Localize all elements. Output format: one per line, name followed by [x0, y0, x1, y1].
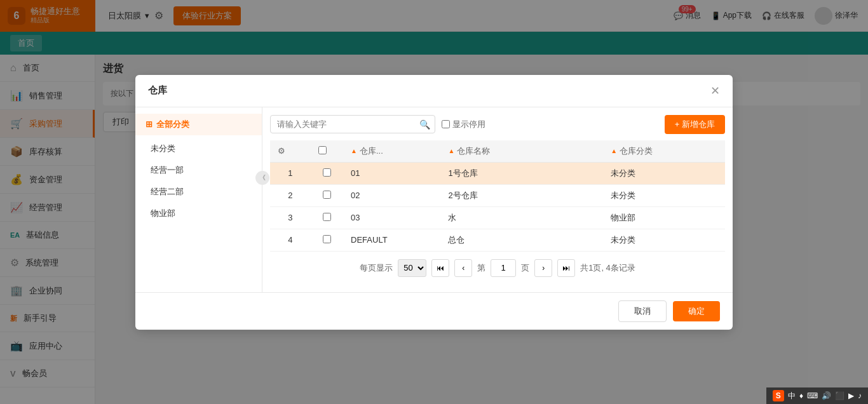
row-checkbox[interactable]	[323, 213, 331, 221]
th-category: ▲ 仓库分类	[603, 140, 725, 163]
row-checkbox[interactable]	[323, 191, 331, 199]
th-code: ▲ 仓库...	[343, 140, 440, 163]
row-code: 02	[343, 184, 440, 206]
page-size-select[interactable]: 50	[398, 259, 426, 277]
row-name: 总仓	[440, 229, 603, 251]
next-page-button[interactable]: ›	[534, 259, 552, 277]
status-square: ⬛	[835, 391, 844, 400]
modal-header: 仓库 ✕	[135, 75, 733, 107]
row-num: 4	[270, 229, 311, 251]
status-speaker: 🔊	[822, 391, 831, 400]
modal-overlay: 仓库 ✕ ⊞ 全部分类 未分类 经营一部 经营二部	[0, 0, 868, 404]
cancel-button[interactable]: 取消	[618, 300, 667, 322]
modal-title: 仓库	[148, 84, 167, 97]
row-category: 未分类	[603, 184, 725, 206]
settings-icon: ⚙	[278, 146, 285, 156]
row-checkbox[interactable]	[323, 235, 331, 243]
search-button[interactable]: 🔍	[419, 119, 430, 130]
table-row[interactable]: 4 DEFAULT 总仓 未分类	[270, 229, 725, 251]
cat-item-unclassified[interactable]: 未分类	[135, 138, 262, 159]
row-num: 2	[270, 184, 311, 206]
row-num: 1	[270, 162, 311, 184]
show-disabled-label[interactable]: 显示停用	[442, 119, 485, 130]
sidebar-collapse-button[interactable]: 《	[255, 171, 269, 185]
last-page-button[interactable]: ⏭	[557, 259, 575, 277]
table-header: ⚙ ▲ 仓库...	[270, 140, 725, 163]
modal-body: ⊞ 全部分类 未分类 经营一部 经营二部 物业部 《	[135, 107, 733, 292]
table-row[interactable]: 2 02 2号仓库 未分类	[270, 184, 725, 206]
row-checkbox-cell	[311, 184, 343, 206]
warehouse-table: ⚙ ▲ 仓库...	[270, 140, 725, 252]
show-disabled-checkbox[interactable]	[442, 120, 450, 128]
status-bar: S 中 ♦ ⌨ 🔊 ⬛ ▶ ♪	[766, 387, 868, 404]
page-input[interactable]	[491, 259, 516, 277]
add-warehouse-button[interactable]: + 新增仓库	[665, 115, 725, 134]
th-checkbox	[311, 140, 343, 163]
first-page-button[interactable]: ⏮	[431, 259, 449, 277]
status-keyboard: ⌨	[807, 391, 818, 400]
row-category: 未分类	[603, 229, 725, 251]
sort-icon-name: ▲	[448, 147, 454, 154]
table-row[interactable]: 3 03 水 物业部	[270, 206, 725, 229]
row-checkbox-cell	[311, 206, 343, 229]
status-lang: 中	[788, 391, 796, 401]
cat-item-operations2[interactable]: 经营二部	[135, 181, 262, 203]
warehouse-modal: 仓库 ✕ ⊞ 全部分类 未分类 经营一部 经营二部	[135, 75, 733, 330]
pagination: 每页显示 50 ⏮ ‹ 第 页 › ⏭ 共1页, 4条记录	[270, 252, 725, 285]
row-num: 3	[270, 206, 311, 229]
row-code: DEFAULT	[343, 229, 440, 251]
th-gear: ⚙	[270, 140, 311, 163]
grid-icon: ⊞	[146, 119, 153, 129]
row-category: 物业部	[603, 206, 725, 229]
search-input-wrap: 🔍	[270, 115, 435, 133]
row-checkbox-cell	[311, 229, 343, 251]
sort-icon: ▲	[351, 147, 357, 154]
prev-page-button[interactable]: ‹	[454, 259, 472, 277]
row-category: 未分类	[603, 162, 725, 184]
table-body: 1 01 1号仓库 未分类 2	[270, 162, 725, 251]
sort-icon-cat: ▲	[611, 147, 617, 154]
confirm-button[interactable]: 确定	[673, 301, 720, 321]
status-dot: ♦	[799, 391, 803, 400]
search-bar: 🔍 显示停用 + 新增仓库	[270, 115, 725, 134]
row-code: 01	[343, 162, 440, 184]
modal-main: 🔍 显示停用 + 新增仓库 ⚙	[262, 107, 733, 292]
cat-item-property[interactable]: 物业部	[135, 203, 262, 224]
status-brand: S	[773, 390, 784, 401]
th-name: ▲ 仓库名称	[440, 140, 603, 163]
modal-close-button[interactable]: ✕	[710, 84, 720, 98]
row-checkbox[interactable]	[323, 168, 331, 177]
search-input[interactable]	[270, 115, 435, 133]
status-play: ▶	[848, 391, 854, 400]
all-categories[interactable]: ⊞ 全部分类	[135, 114, 262, 135]
modal-footer: 取消 确定	[135, 292, 733, 330]
row-checkbox-cell	[311, 162, 343, 184]
row-name: 水	[440, 206, 603, 229]
table-row[interactable]: 1 01 1号仓库 未分类	[270, 162, 725, 184]
row-code: 03	[343, 206, 440, 229]
status-music: ♪	[858, 391, 862, 400]
row-name: 2号仓库	[440, 184, 603, 206]
table-container: ⚙ ▲ 仓库...	[270, 140, 725, 252]
row-name: 1号仓库	[440, 162, 603, 184]
select-all-checkbox[interactable]	[318, 146, 327, 154]
category-sidebar: ⊞ 全部分类 未分类 经营一部 经营二部 物业部 《	[135, 107, 262, 292]
cat-item-operations1[interactable]: 经营一部	[135, 159, 262, 181]
